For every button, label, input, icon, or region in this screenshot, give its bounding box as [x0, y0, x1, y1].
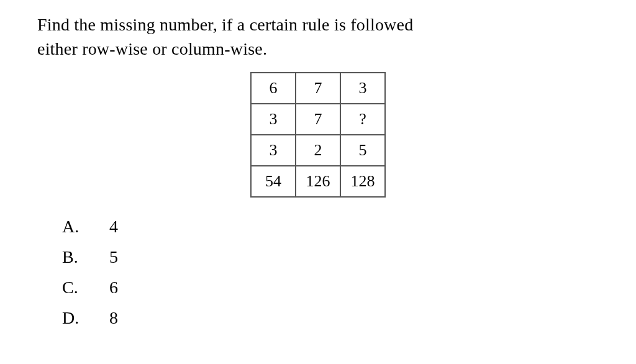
cell-r2c0: 3 — [251, 135, 296, 166]
option-d[interactable]: D. 8 — [62, 304, 599, 332]
cell-r3c2: 128 — [340, 166, 385, 197]
cell-r1c1: 7 — [296, 104, 340, 135]
option-b[interactable]: B. 5 — [62, 243, 599, 271]
cell-r0c0: 6 — [251, 73, 296, 104]
option-c[interactable]: C. 6 — [62, 274, 599, 302]
table-row: 3 2 5 — [251, 135, 385, 166]
cell-r2c1: 2 — [296, 135, 340, 166]
cell-r1c0: 3 — [251, 104, 296, 135]
answer-options: A. 4 B. 5 C. 6 D. 8 — [37, 213, 599, 332]
cell-r3c1: 126 — [296, 166, 340, 197]
cell-r0c2: 3 — [340, 73, 385, 104]
option-letter: D. — [62, 304, 84, 332]
grid-container: 6 7 3 3 7 ? 3 2 5 54 126 128 — [37, 72, 599, 198]
table-row: 6 7 3 — [251, 73, 385, 104]
option-letter: A. — [62, 213, 84, 241]
cell-r1c2: ? — [340, 104, 385, 135]
option-value: 6 — [109, 274, 118, 302]
option-value: 4 — [109, 213, 118, 241]
option-value: 5 — [109, 243, 118, 271]
option-letter: B. — [62, 243, 84, 271]
option-letter: C. — [62, 274, 84, 302]
question-text: Find the missing number, if a certain ru… — [37, 12, 599, 61]
cell-r2c2: 5 — [340, 135, 385, 166]
table-row: 3 7 ? — [251, 104, 385, 135]
option-a[interactable]: A. 4 — [62, 213, 599, 241]
question-line2: either row-wise or column-wise. — [37, 39, 267, 58]
cell-r3c0: 54 — [251, 166, 296, 197]
cell-r0c1: 7 — [296, 73, 340, 104]
option-value: 8 — [109, 304, 118, 332]
number-grid: 6 7 3 3 7 ? 3 2 5 54 126 128 — [250, 72, 386, 198]
question-line1: Find the missing number, if a certain ru… — [37, 15, 413, 34]
table-row: 54 126 128 — [251, 166, 385, 197]
